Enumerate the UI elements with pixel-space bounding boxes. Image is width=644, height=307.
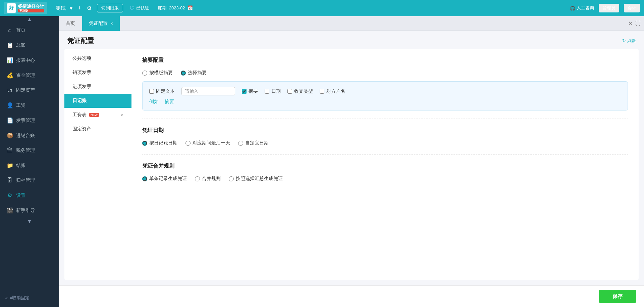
merge-rule-radio[interactable]: 合并规则: [195, 176, 221, 182]
close-book-icon: 📁: [7, 162, 13, 169]
sidebar-item-sales[interactable]: 📦 进销台账: [0, 128, 59, 143]
sidebar-item-sales-label: 进销台账: [16, 133, 35, 139]
tab-voucher-config-label: 凭证配置: [89, 20, 108, 27]
summary-template-radio[interactable]: 按模版摘要: [142, 70, 173, 76]
tab-voucher-config[interactable]: 凭证配置 ×: [82, 16, 120, 31]
left-nav-sales-invoice[interactable]: 销项发票: [64, 65, 131, 80]
summary-checkbox-label[interactable]: 摘要: [242, 88, 258, 94]
period-last-radio[interactable]: 对应期间最后一天: [185, 140, 230, 146]
left-nav: 公共选项 销项发票 进项发票 日记账 工资表 NEW ∨: [64, 49, 131, 280]
tab-bar-actions: ✕ ⛶: [628, 20, 644, 27]
merge-rule-input[interactable]: [195, 176, 200, 181]
tab-bar: 首页 凭证配置 × ✕ ⛶: [59, 16, 644, 31]
summary-config-row: 固定文本 摘要 日期: [149, 87, 621, 95]
sidebar-item-report-label: 报表中心: [16, 57, 35, 63]
sidebar-item-tax[interactable]: 🏛 税务管理: [0, 143, 59, 158]
custom-date-radio[interactable]: 自定义日期: [238, 140, 269, 146]
single-record-radio[interactable]: 单条记录生成凭证: [142, 176, 187, 182]
single-record-input[interactable]: [142, 176, 147, 181]
sidebar-scroll-down[interactable]: ▼: [0, 218, 59, 225]
add-button[interactable]: +: [78, 5, 82, 12]
sidebar-item-ledger[interactable]: 📋 总账: [0, 38, 59, 53]
save-button[interactable]: 保存: [599, 290, 636, 303]
sidebar-item-archive-label: 归档管理: [16, 177, 35, 183]
sidebar-item-report[interactable]: 📊 报表中心: [0, 53, 59, 68]
counterpart-checkbox-label[interactable]: 对方户名: [320, 88, 345, 94]
sales-icon: 📦: [7, 132, 13, 139]
summary-radio-group: 按模版摘要 选择摘要: [142, 70, 628, 76]
diary-date-input[interactable]: [142, 141, 147, 146]
sidebar-item-newbie[interactable]: 🎬 新手引导: [0, 203, 59, 218]
sidebar-item-archive[interactable]: 🗄 归档管理: [0, 173, 59, 188]
period-last-input[interactable]: [185, 141, 191, 146]
settings-icon[interactable]: ⚙: [87, 5, 92, 11]
summary-template-input[interactable]: [142, 71, 147, 76]
sidebar-item-home[interactable]: ⌂ 首页: [0, 23, 59, 38]
voucher-merge-title: 凭证合并规则: [142, 163, 628, 170]
summary-config-title: 摘要配置: [142, 57, 628, 64]
sidebar-item-assets-label: 固定资产: [16, 87, 35, 93]
voucher-merge-section: 凭证合并规则 单条记录生成凭证 合并规则: [142, 163, 628, 182]
select-summary-radio[interactable]: 按照选择汇总生成凭证: [229, 176, 283, 182]
counterpart-checkbox[interactable]: [320, 89, 324, 94]
new-badge: NEW: [89, 113, 99, 117]
sidebar-item-invoice[interactable]: 📄 发票管理: [0, 113, 59, 128]
logo: 好 畅捷通好会计 专业版: [4, 2, 47, 14]
right-content: 摘要配置 按模版摘要 选择摘要: [131, 49, 639, 280]
income-type-checkbox[interactable]: [287, 89, 292, 94]
logo-icon: 好: [7, 3, 16, 13]
example-value: 摘要: [165, 99, 174, 104]
topbar-right: 🎧 人工咨询 管理员 会计: [570, 4, 640, 12]
topbar: 好 畅捷通好会计 专业版 测试 ▾ + ⚙ 切到旧版 🛡 已认证 账期 2023…: [0, 0, 644, 16]
left-nav-purchase-invoice[interactable]: 进项发票: [64, 80, 131, 94]
income-type-checkbox-label[interactable]: 收支类型: [287, 88, 313, 94]
left-nav-payroll[interactable]: 工资表 NEW ∨: [64, 108, 131, 122]
sidebar-bottom: « «取消固定: [0, 289, 59, 307]
date-checkbox-label[interactable]: 日期: [265, 88, 281, 94]
cancel-fixed-button[interactable]: « «取消固定: [0, 292, 59, 304]
sidebar-item-funds[interactable]: 💰 资金管理: [0, 68, 59, 83]
fixed-text-input[interactable]: [181, 87, 235, 95]
tab-close-button[interactable]: ✕: [628, 20, 633, 27]
tab-home[interactable]: 首页: [59, 16, 82, 31]
sidebar-item-wages-label: 工资: [16, 102, 25, 108]
sidebar-item-settings[interactable]: ⚙ 设置: [0, 188, 59, 203]
left-nav-public[interactable]: 公共选项: [64, 51, 131, 65]
save-bar: 保存: [59, 286, 644, 307]
left-nav-diary[interactable]: 日记账: [64, 94, 131, 108]
cancel-fixed-label: «取消固定: [10, 295, 30, 301]
diary-date-radio[interactable]: 按日记账日期: [142, 140, 177, 146]
accountant-button[interactable]: 会计: [624, 4, 640, 12]
left-nav-fixed-assets[interactable]: 固定资产: [64, 122, 131, 136]
content-area: 首页 凭证配置 × ✕ ⛶ 凭证配置 ↻ 刷新: [59, 16, 644, 307]
fixed-text-checkbox[interactable]: [149, 89, 154, 94]
calendar-icon[interactable]: 📅: [187, 5, 193, 10]
refresh-button[interactable]: ↻ 刷新: [622, 38, 636, 44]
tab-close-icon[interactable]: ×: [110, 21, 113, 26]
old-version-button[interactable]: 切到旧版: [97, 4, 123, 12]
manager-button[interactable]: 管理员: [599, 4, 619, 12]
company-dropdown[interactable]: ▾: [70, 5, 72, 11]
fixed-text-checkbox-label[interactable]: 固定文本: [149, 88, 175, 94]
period-value: 2023-02: [169, 5, 185, 10]
help-button[interactable]: 🎧 人工咨询: [570, 5, 594, 11]
summary-checkbox[interactable]: [242, 89, 247, 94]
wages-icon: 👤: [7, 102, 13, 108]
sidebar-item-wages[interactable]: 👤 工资: [0, 98, 59, 113]
custom-date-input[interactable]: [238, 141, 243, 146]
period-info: 账期 2023-02 📅: [158, 5, 193, 11]
certified-badge: 🛡 已认证: [130, 5, 149, 11]
logo-line1: 畅捷通好会计: [18, 4, 44, 9]
date-checkbox[interactable]: [265, 89, 269, 94]
sidebar: ▲ ⌂ 首页 📋 总账 📊 报表中心 💰 资金管理 🗂 固定资产 👤 工资 📄 …: [0, 16, 59, 307]
summary-select-radio[interactable]: 选择摘要: [181, 70, 207, 76]
tab-expand-button[interactable]: ⛶: [635, 20, 641, 27]
summary-select-input[interactable]: [181, 71, 186, 76]
sidebar-item-assets[interactable]: 🗂 固定资产: [0, 83, 59, 98]
voucher-date-radio-group: 按日记账日期 对应期间最后一天 自定义日期: [142, 140, 628, 146]
certified-label: 已认证: [136, 5, 149, 11]
select-summary-input[interactable]: [229, 176, 234, 181]
sidebar-item-close[interactable]: 📁 结账: [0, 158, 59, 173]
report-icon: 📊: [7, 57, 13, 63]
sidebar-scroll-up[interactable]: ▲: [0, 16, 59, 23]
